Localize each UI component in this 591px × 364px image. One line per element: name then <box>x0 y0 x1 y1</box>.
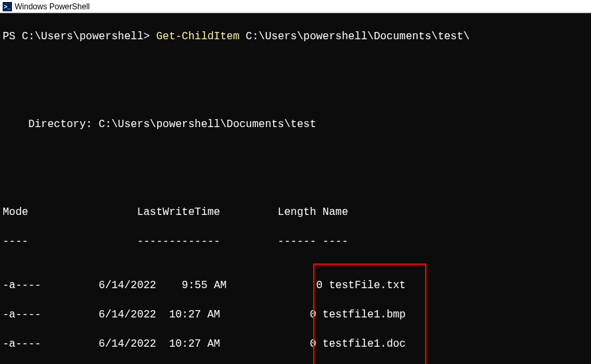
prompt: PS C:\Users\powershell> <box>3 31 156 43</box>
file-row: -a---- 6/14/2022 10:27 AM 0 testfile1.do… <box>3 337 588 351</box>
file-list: -a---- 6/14/2022 9:55 AM 0 testFile.txt … <box>3 264 588 364</box>
file-row: -a---- 6/14/2022 9:55 AM 0 testFile.txt <box>3 278 588 293</box>
directory-header: Directory: C:\Users\powershell\Documents… <box>3 117 588 132</box>
blank-line <box>3 88 588 102</box>
powershell-icon: >_ <box>3 2 12 11</box>
file-name: testfile1.bmp <box>322 309 406 321</box>
cmdlet: Get-ChildItem <box>156 31 239 43</box>
column-header-separator: ---- ------------- ------ ---- <box>3 234 588 249</box>
file-mode: -a---- <box>3 309 41 321</box>
file-date: 6/14/2022 <box>99 338 156 350</box>
file-time: 10:27 AM <box>169 309 221 321</box>
file-length: 0 <box>316 279 323 291</box>
file-mode: -a---- <box>3 338 41 350</box>
file-length: 0 <box>310 338 316 350</box>
file-row: -a---- 6/14/2022 10:27 AM 0 testfile1.bm… <box>3 307 588 322</box>
window-title: Windows PowerShell <box>15 2 90 11</box>
blank-line <box>3 176 588 190</box>
file-time: 10:27 AM <box>169 338 221 350</box>
terminal-output[interactable]: PS C:\Users\powershell> Get-ChildItem C:… <box>0 13 591 364</box>
blank-line <box>3 146 588 161</box>
file-date: 6/14/2022 <box>99 279 156 291</box>
titlebar: >_ Windows PowerShell <box>0 0 591 13</box>
command-line: PS C:\Users\powershell> Get-ChildItem C:… <box>3 29 588 44</box>
file-length: 0 <box>310 309 316 321</box>
column-headers: Mode LastWriteTime Length Name <box>3 205 588 220</box>
file-name: testFile.txt <box>329 279 406 291</box>
file-name: testfile1.doc <box>322 338 406 350</box>
file-time: 9:55 AM <box>175 279 227 291</box>
cmd-arg: C:\Users\powershell\Documents\test\ <box>239 31 470 43</box>
file-date: 6/14/2022 <box>99 309 156 321</box>
file-mode: -a---- <box>3 279 41 291</box>
blank-line <box>3 59 588 73</box>
